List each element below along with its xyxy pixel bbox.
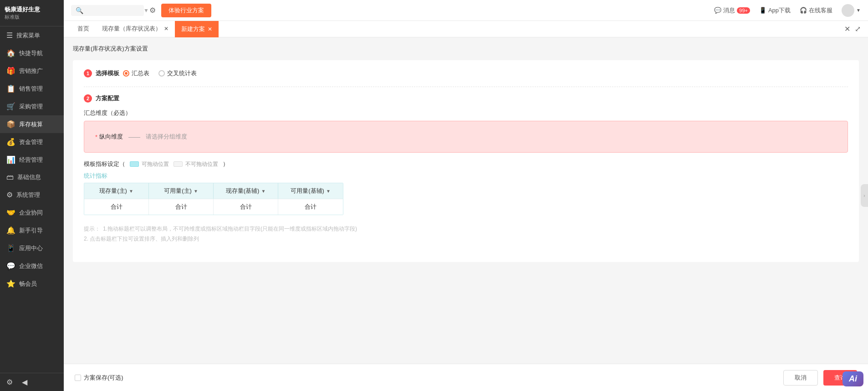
settings-icon[interactable]: ⚙: [6, 378, 13, 386]
tip2-text: 2. 点击标题栏下拉可设置排序、插入列和删除列: [84, 234, 199, 244]
new-plan-tab-label: 新建方案: [181, 25, 205, 33]
stats-header-col1[interactable]: 现存量(主) ▼: [84, 183, 149, 199]
col4-dropdown-icon[interactable]: ▼: [326, 189, 331, 194]
tip1-text: 1.拖动标题栏可以调整布局，不可跨维度或指标区域拖动栏目字段(只能在同一维度或指…: [103, 224, 357, 234]
sidebar-item-inventory[interactable]: 📦 库存核算: [0, 115, 64, 133]
section2-num: 2: [84, 94, 92, 103]
stats-data-col3: 合计: [214, 199, 278, 215]
dimension-placeholder: 请选择分组维度: [146, 133, 187, 141]
app-center-icon: 📱: [6, 244, 15, 252]
stats-header-col2[interactable]: 可用量(主) ▼: [149, 183, 214, 199]
dimension-box[interactable]: * 纵向维度 —— 请选择分组维度: [84, 121, 848, 153]
col1-dropdown-icon[interactable]: ▼: [129, 189, 133, 194]
col4-label: 可用量(基辅): [291, 187, 324, 195]
expand-icon[interactable]: ◀: [22, 378, 27, 386]
gear-icon[interactable]: ⚙: [149, 6, 156, 15]
ai-badge[interactable]: Ai: [842, 371, 863, 386]
section1-num: 1: [84, 69, 92, 77]
stats-header-col4[interactable]: 可用量(基辅) ▼: [278, 183, 343, 199]
inventory-icon: 📦: [6, 120, 15, 129]
sidebar-item-label: 营销推广: [19, 67, 43, 75]
sidebar-item-label: 经营管理: [19, 156, 43, 164]
save-checkbox[interactable]: [75, 375, 81, 381]
draggable-legend-box: [130, 161, 139, 167]
draggable-legend-label: 可拖动位置: [142, 160, 169, 168]
sales-icon: 📋: [6, 84, 15, 93]
topbar: 🔍 ▼ ⚙ 体验行业方案 💬 消息 99+ 📱 App下载 🎧 在线客服: [64, 0, 868, 21]
sidebar-item-wechat[interactable]: 💬 企业微信: [0, 257, 64, 275]
sidebar-item-system[interactable]: ⚙ 系统管理: [0, 186, 64, 204]
sidebar-scroll: ☰ 搜索菜单 🏠 快捷导航 🎁 营销推广 📋 销售管理 🛒 采购管理 📦 库存核…: [0, 26, 64, 373]
customer-service-item[interactable]: 🎧 在线客服: [800, 6, 832, 15]
gift-icon: 🎁: [6, 67, 15, 75]
guide-icon: 🔔: [6, 226, 15, 235]
search-input[interactable]: [86, 7, 141, 14]
non-draggable-legend-label: 不可拖动位置: [185, 160, 218, 168]
avatar: [842, 4, 854, 17]
col2-dropdown-icon[interactable]: ▼: [194, 189, 198, 194]
sidebar-item-label: 新手引导: [19, 226, 43, 235]
sidebar-bottom: ⚙ ◀: [0, 373, 64, 391]
sidebar-item-sales[interactable]: 📋 销售管理: [0, 80, 64, 98]
topbar-right: 💬 消息 99+ 📱 App下载 🎧 在线客服 ▼: [714, 4, 861, 17]
settings-card: 1 选择模板 汇总表 交叉统计表: [73, 60, 859, 262]
stats-label: 统计指标: [84, 172, 848, 180]
cancel-button[interactable]: 取消: [783, 370, 818, 386]
sidebar-item-member[interactable]: ⭐ 畅会员: [0, 275, 64, 293]
indicator-label: 模板指标设定（ 可拖动位置 不可拖动位置 ）: [84, 160, 848, 168]
col1-label: 现存量(主): [99, 187, 127, 195]
dimension-field-label: 纵向维度: [99, 133, 123, 141]
tab-inventory-status[interactable]: 现存量（库存状况表） ✕: [96, 21, 175, 37]
close-new-plan-tab-icon[interactable]: ✕: [208, 26, 212, 32]
app-download-item[interactable]: 📱 App下载: [759, 6, 791, 15]
radio-crosstab[interactable]: 交叉统计表: [158, 69, 197, 77]
close-window-icon[interactable]: ✕: [844, 25, 850, 33]
topbar-search-area[interactable]: 🔍 ▼: [71, 5, 144, 16]
stats-header-row: 现存量(主) ▼ 可用量(主) ▼ 现存量(基辅) ▼: [84, 183, 343, 199]
close-inventory-tab-icon[interactable]: ✕: [164, 26, 168, 32]
sidebar-item-label: 系统管理: [16, 191, 40, 199]
section-config: 2 方案配置 汇总维度（必选） * 纵向维度 —— 请选择分组维度 模板指标设定…: [84, 94, 848, 244]
messages-item[interactable]: 💬 消息 99+: [714, 6, 750, 15]
basic-info-icon: 🗃: [6, 173, 14, 181]
customer-service-label: 在线客服: [809, 6, 832, 15]
user-area[interactable]: ▼: [842, 4, 861, 17]
main-area: 🔍 ▼ ⚙ 体验行业方案 💬 消息 99+ 📱 App下载 🎧 在线客服: [64, 0, 868, 391]
sidebar-item-label: 企业协同: [19, 209, 43, 217]
sidebar-item-marketing[interactable]: 🎁 营销推广: [0, 62, 64, 80]
sidebar-item-basic-info[interactable]: 🗃 基础信息: [0, 169, 64, 186]
tab-new-plan[interactable]: 新建方案 ✕: [175, 21, 219, 37]
sidebar-logo: 畅康通好生意 标准版: [0, 0, 64, 26]
radio-summary[interactable]: 汇总表: [123, 69, 149, 77]
sidebar-item-app-center[interactable]: 📱 应用中心: [0, 239, 64, 257]
right-edge-collapse[interactable]: ›: [861, 184, 868, 207]
headset-icon: 🎧: [800, 7, 807, 14]
inventory-tab-label: 现存量（库存状况表）: [102, 25, 161, 33]
sidebar-item-quick-nav[interactable]: 🏠 快捷导航: [0, 44, 64, 62]
save-checkbox-area[interactable]: 方案保存(可选): [75, 374, 123, 382]
tip-line2: 2. 点击标题栏下拉可设置排序、插入列和删除列: [84, 234, 848, 244]
sidebar-item-guide[interactable]: 🔔 新手引导: [0, 221, 64, 239]
sidebar-item-operations[interactable]: 📊 经营管理: [0, 151, 64, 169]
trial-button[interactable]: 体验行业方案: [161, 4, 211, 17]
expand-window-icon[interactable]: ⤢: [855, 25, 861, 33]
system-icon: ⚙: [6, 190, 13, 199]
dropdown-icon: ▼: [143, 7, 149, 14]
search-icon: 🔍: [76, 7, 83, 14]
sidebar-item-label: 采购管理: [19, 103, 43, 111]
window-controls: ✕ ⤢: [844, 25, 861, 33]
indicator-section: 模板指标设定（ 可拖动位置 不可拖动位置 ） 统计指标: [84, 160, 848, 215]
topbar-left: 🔍 ▼ ⚙ 体验行业方案: [71, 4, 211, 17]
stats-table: 现存量(主) ▼ 可用量(主) ▼ 现存量(基辅) ▼: [84, 183, 343, 215]
tab-home[interactable]: 首页: [71, 21, 96, 37]
sidebar-item-finance[interactable]: 💰 资金管理: [0, 133, 64, 151]
stats-header-col3[interactable]: 现存量(基辅) ▼: [214, 183, 278, 199]
sidebar-item-purchase[interactable]: 🛒 采购管理: [0, 98, 64, 115]
indicator-label-main: 模板指标设定（: [84, 160, 125, 167]
sidebar-item-label: 搜索菜单: [16, 31, 40, 40]
sidebar-item-enterprise[interactable]: 🤝 企业协同: [0, 204, 64, 221]
save-label: 方案保存(可选): [84, 374, 123, 382]
sidebar-item-search-menu[interactable]: ☰ 搜索菜单: [0, 26, 64, 44]
col3-dropdown-icon[interactable]: ▼: [261, 189, 266, 194]
home-tab-label: 首页: [77, 25, 89, 33]
